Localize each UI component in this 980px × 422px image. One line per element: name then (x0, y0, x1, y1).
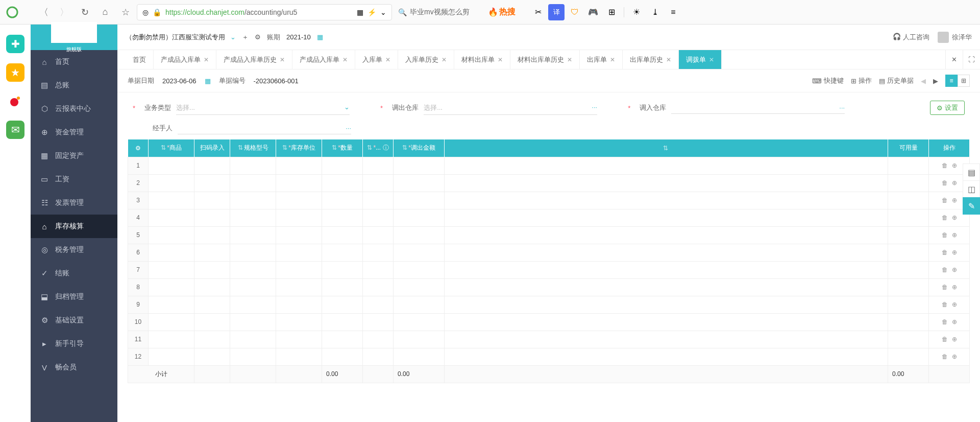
cell[interactable] (394, 331, 445, 348)
tab-3[interactable]: 产成品入库单✕ (292, 50, 355, 69)
shortcut-link[interactable]: ⌨快捷键 (812, 76, 844, 85)
cell[interactable] (194, 157, 230, 174)
hot-search-tag[interactable]: 🔥热搜 (488, 7, 516, 17)
cell[interactable] (445, 348, 888, 365)
copy-icon[interactable]: ⊕ (952, 284, 957, 291)
cell[interactable] (230, 261, 276, 278)
col-available[interactable]: 可用量 (888, 139, 929, 157)
sidebar-item-11[interactable]: ⚙基础设置 (31, 309, 117, 332)
rail-btn-1[interactable]: ▤ (963, 163, 980, 181)
cell[interactable] (394, 261, 445, 278)
cell[interactable] (445, 244, 888, 261)
rail-btn-3[interactable]: ✎ (963, 197, 980, 215)
cell[interactable] (888, 174, 929, 192)
cell[interactable] (276, 174, 322, 192)
cell[interactable] (149, 157, 194, 174)
cell[interactable] (445, 226, 888, 244)
cell[interactable] (149, 244, 194, 261)
cell[interactable] (322, 226, 363, 244)
tab-8[interactable]: 出库单✕ (580, 50, 623, 69)
sidebar-item-2[interactable]: ⬡云报表中心 (31, 97, 117, 121)
sidebar-item-0[interactable]: ⌂首页 (31, 50, 117, 74)
handler-input[interactable]: ··· (178, 122, 351, 134)
shield-orange-icon[interactable]: 🛡 (567, 4, 583, 20)
cell[interactable] (322, 348, 363, 365)
close-icon[interactable]: ✕ (442, 56, 447, 63)
cell[interactable] (149, 331, 194, 348)
cell[interactable] (394, 278, 445, 296)
cell[interactable] (322, 296, 363, 313)
cell[interactable] (194, 331, 230, 348)
cell[interactable] (363, 209, 394, 226)
view-list[interactable]: ≡ (945, 75, 958, 87)
cell[interactable] (149, 313, 194, 331)
cell[interactable] (445, 331, 888, 348)
col-blank[interactable]: ⇅ (445, 139, 888, 157)
col-scan[interactable]: 扫码录入 (194, 139, 230, 157)
cell[interactable] (888, 348, 929, 365)
sidebar-item-5[interactable]: ▭工资 (31, 168, 117, 191)
cell[interactable] (276, 226, 322, 244)
biz-type-input[interactable]: 选择...⌄ (176, 101, 350, 115)
delete-icon[interactable]: 🗑 (942, 284, 948, 291)
tab-7[interactable]: 材料出库单历史✕ (510, 50, 580, 69)
copy-icon[interactable]: ⊕ (952, 197, 957, 204)
cell[interactable] (394, 209, 445, 226)
os-app-2[interactable]: ★ (6, 63, 24, 82)
sidebar-item-9[interactable]: ✓结账 (31, 262, 117, 285)
table-row[interactable]: 1🗑⊕ (128, 157, 970, 174)
close-icon[interactable]: ✕ (498, 56, 503, 63)
cell[interactable] (888, 192, 929, 209)
cell[interactable] (363, 296, 394, 313)
delete-icon[interactable]: 🗑 (942, 353, 948, 360)
cell[interactable] (194, 348, 230, 365)
tab-2[interactable]: 产成品入库单历史✕ (216, 50, 292, 69)
game-icon[interactable]: 🎮 (585, 4, 601, 20)
cell[interactable] (445, 313, 888, 331)
col-gear[interactable]: ⚙ (128, 139, 149, 157)
cell[interactable] (888, 226, 929, 244)
nav-reload[interactable]: ↻ (76, 3, 94, 21)
copy-icon[interactable]: ⊕ (952, 336, 957, 343)
cell[interactable] (194, 296, 230, 313)
cell[interactable] (888, 157, 929, 174)
tab-6[interactable]: 材料出库单✕ (454, 50, 510, 69)
cell[interactable] (394, 174, 445, 192)
settings-button[interactable]: ⚙设置 (930, 101, 965, 115)
cell[interactable] (394, 192, 445, 209)
col-unit[interactable]: ⇅*库存单位 (276, 139, 322, 157)
cell[interactable] (363, 348, 394, 365)
cell[interactable] (363, 313, 394, 331)
cell[interactable] (194, 278, 230, 296)
cell[interactable] (194, 261, 230, 278)
cell[interactable] (445, 209, 888, 226)
copy-icon[interactable]: ⊕ (952, 301, 957, 308)
cell[interactable] (149, 278, 194, 296)
cell[interactable] (276, 296, 322, 313)
cell[interactable] (363, 261, 394, 278)
close-icon[interactable]: ✕ (666, 56, 671, 63)
qr-icon[interactable]: ▦ (357, 8, 363, 16)
cell[interactable] (230, 209, 276, 226)
cell[interactable] (394, 226, 445, 244)
cell[interactable] (230, 313, 276, 331)
gear-icon[interactable]: ⚙ (255, 33, 261, 41)
operate-link[interactable]: ⊞操作 (851, 76, 872, 85)
table-row[interactable]: 11🗑⊕ (128, 331, 970, 348)
rail-btn-2[interactable]: ◫ (963, 180, 980, 198)
copy-icon[interactable]: ⊕ (952, 249, 957, 256)
cell[interactable] (194, 313, 230, 331)
tab-4[interactable]: 入库单✕ (355, 50, 398, 69)
cell[interactable] (149, 174, 194, 192)
delete-icon[interactable]: 🗑 (942, 249, 948, 256)
cell[interactable] (276, 157, 322, 174)
sidebar-item-4[interactable]: ▦固定资产 (31, 144, 117, 168)
copy-icon[interactable]: ⊕ (952, 231, 957, 239)
flash-icon[interactable]: ⚡ (368, 8, 376, 16)
cell[interactable] (194, 174, 230, 192)
delete-icon[interactable]: 🗑 (942, 231, 948, 239)
copy-icon[interactable]: ⊕ (952, 162, 957, 169)
cell[interactable] (322, 157, 363, 174)
table-row[interactable]: 2🗑⊕ (128, 174, 970, 192)
cell[interactable] (445, 296, 888, 313)
